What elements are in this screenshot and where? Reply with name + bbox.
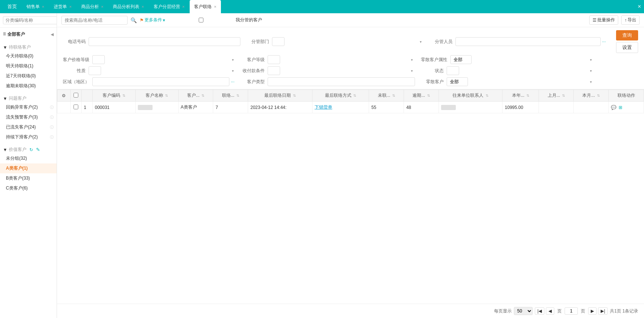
more-conditions-button[interactable]: ⚑ 更多条件 ▾ [140,17,165,23]
row-action: 💬 ⊞ [609,102,644,113]
status-select[interactable] [447,66,459,75]
select-all-checkbox[interactable] [74,93,78,98]
sidebar-item-a-class[interactable]: A类客户(1) [0,163,57,173]
col-last-month[interactable]: 上月... ⇅ [539,90,574,102]
nav-sales[interactable]: 销售单 × [22,0,49,13]
page-unit-label: 页 [581,308,585,314]
export-button[interactable]: ↑ 导出 [621,15,640,25]
prev-page-button[interactable]: ◀ [546,307,554,315]
sort-icon-contact: ⇅ [236,93,239,98]
customer-type-input[interactable] [268,77,415,86]
search-input[interactable] [61,16,128,25]
nav-customer-contact[interactable]: 客户联络 × [190,0,221,13]
sidebar-item-declining[interactable]: 持续下滑客户(2) ⓘ [0,132,57,142]
retail-attr-select[interactable]: 全部 [450,55,472,64]
pending-group-title[interactable]: ▼ 待联络客户 [0,43,57,51]
main-layout: 🔍 ⠿ 全部客户 ◀ ▼ 待联络客户 今天待联络(0) 明天待联络(1) 近7天… [0,13,644,318]
sort-icon-last-date: ⇅ [293,93,296,98]
close-sales-tab[interactable]: × [42,4,44,9]
region-input[interactable] [92,77,229,86]
col-not-contact[interactable]: 未联... ⇅ [369,90,404,102]
next-page-button[interactable]: ▶ [588,307,597,315]
col-overdue[interactable]: 逾期... ⇅ [404,90,439,102]
my-customer-checkbox[interactable] [168,18,234,22]
sidebar-item-b-class[interactable]: B类客户(33) [0,173,57,183]
my-customer-checkbox-label[interactable]: 我分管的客户 [168,17,262,23]
search-button[interactable]: 🔍 [130,17,137,23]
adv-filter-row-4: 区域（地区） ··· 客户类型 零散客户 全部 [63,77,638,86]
nav-purchase[interactable]: 进货单 × [49,0,76,13]
problem-group-title[interactable]: ▼ 问题客户 [0,94,57,102]
nav-product-analysis[interactable]: 商品分析 × [77,0,108,13]
page-number-input[interactable] [565,307,578,315]
edit-value-group[interactable]: ✎ [36,147,40,152]
query-button[interactable]: 查询 [616,30,638,40]
sort-icon-last-month: ⇅ [562,93,565,98]
sidebar-item-churn-warning[interactable]: 流失预警客户(3) ⓘ [0,112,57,122]
sidebar-all-customers-title[interactable]: ⠿ 全部客户 ◀ [0,29,57,40]
setting-button[interactable]: 设置 [616,42,638,53]
chat-icon[interactable]: 💬 [611,105,616,110]
close-customer-layering-tab[interactable]: × [182,4,185,9]
refresh-value-group[interactable]: ↻ [29,147,33,152]
manager-input[interactable] [455,37,601,46]
price-level-select[interactable] [92,55,105,64]
close-customer-contact-tab[interactable]: × [214,4,216,9]
sort-icon-name: ⇅ [165,93,168,98]
sidebar-item-overdue-pending[interactable]: 逾期未联络(30) [0,81,57,91]
close-product-analysis-tab[interactable]: × [101,4,103,9]
row-last-method[interactable]: 下销货单 [312,102,369,113]
sidebar-item-ungrouped[interactable]: 未分组(32) [0,153,57,163]
nav-customer-layering[interactable]: 客户分层经营 × [149,0,189,13]
row-checkbox-cell[interactable] [71,102,82,113]
col-level[interactable]: 客户... ⇅ [178,90,213,102]
region-ellipsis[interactable]: ··· [229,79,236,84]
phone-input[interactable] [89,37,240,46]
sidebar-search-input[interactable] [3,16,57,24]
col-customer-code[interactable]: 客户编码 ⇅ [93,90,136,102]
sidebar-item-7day-pending[interactable]: 近7天待联络(0) [0,71,57,81]
nav-home[interactable]: 首页 [3,0,21,13]
nav-product-analysis-list[interactable]: 商品分析列表 × [108,0,148,13]
customer-level-select[interactable] [268,55,280,64]
manager-label: 分管人员 [430,39,455,45]
batch-op-button[interactable]: ☰ 批量操作 [589,15,618,25]
nature-select[interactable] [89,66,101,75]
adv-filter-row-1: 电话号码 分管部门 分管人员 ··· 查询 [63,30,638,53]
nature-label: 性质 [63,68,89,74]
payment-select[interactable] [268,66,280,75]
col-customer-name[interactable]: 客户名称 ⇅ [135,90,178,102]
page-navigation: |◀ ◀ 页 页 ▶ ▶| [535,307,608,315]
last-page-button[interactable]: ▶| [598,307,608,315]
col-settings[interactable]: ⚙ [57,90,71,102]
sidebar-item-churned[interactable]: 已流失客户(24) ⓘ [0,122,57,132]
col-contact-count[interactable]: 联络... ⇅ [213,90,248,102]
col-checkbox[interactable] [71,90,82,102]
dept-select[interactable] [272,37,285,46]
close-all-tabs[interactable]: × [638,3,641,10]
sidebar-item-today-pending[interactable]: 今天待联络(0) [0,51,57,61]
toolbar-right: ☰ 批量操作 ↑ 导出 [589,15,640,25]
sidebar-item-tomorrow-pending[interactable]: 明天待联络(1) [0,61,57,71]
col-this-month[interactable]: 本月... ⇅ [574,90,609,102]
col-year-amount[interactable]: 本年... ⇅ [502,90,539,102]
col-contact-person[interactable]: 往来单位联系人 ⇅ [439,90,502,102]
grid-action-icon[interactable]: ⊞ [619,105,622,110]
close-product-analysis-list-tab[interactable]: × [142,4,144,9]
last-method-link[interactable]: 下销货单 [315,105,332,110]
grid-icon: ⠿ [3,32,6,37]
row-checkbox[interactable] [74,105,78,109]
col-last-method[interactable]: 最后联络方式 ⇅ [312,90,369,102]
manager-ellipsis[interactable]: ··· [601,39,607,44]
close-purchase-tab[interactable]: × [69,4,71,9]
sidebar-item-abnormal-repurchase[interactable]: 回购异常客户(2) ⓘ [0,102,57,112]
dept-cell: 分管部门 [246,37,424,46]
value-group-title[interactable]: ▼ 价值客户 ↻ ✎ [0,145,57,153]
per-page-select[interactable]: 50 100 200 [514,307,533,315]
col-last-date[interactable]: 最后联络日期 ⇅ [248,90,312,102]
sidebar-item-c-class[interactable]: C类客户(6) [0,183,57,193]
first-page-button[interactable]: |◀ [535,307,544,315]
top-navigation: 首页 销售单 × 进货单 × 商品分析 × 商品分析列表 × 客户分层经营 × … [0,0,644,13]
retail-customer-select[interactable]: 全部 [447,77,468,86]
sidebar-value-group: ▼ 价值客户 ↻ ✎ 未分组(32) A类客户(1) B类客户(33) C类客户… [0,144,57,195]
